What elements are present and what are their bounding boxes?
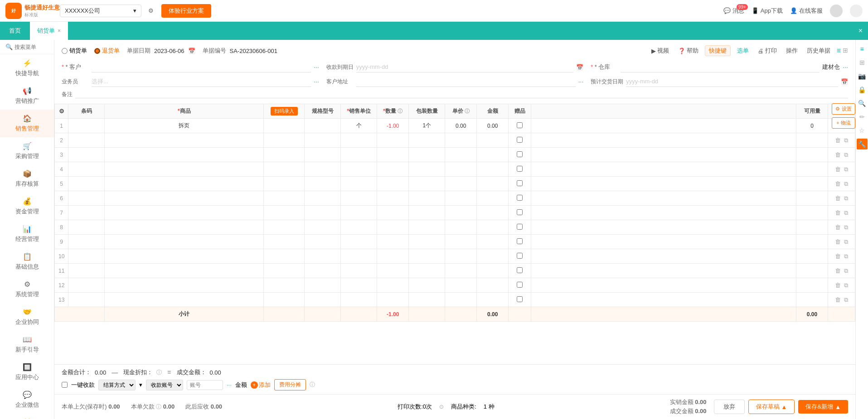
account-dots[interactable]: ··· — [227, 381, 232, 388]
product-type-icon[interactable]: ⊙ — [439, 404, 444, 410]
sidebar-item-quick-nav[interactable]: ⚡ 快捷导航 — [0, 54, 54, 82]
warehouse-select-icon[interactable]: ··· — [843, 63, 848, 71]
cell-price[interactable] — [445, 264, 477, 278]
cell-barcode[interactable] — [68, 148, 105, 162]
sidebar-item-sales[interactable]: 🏠 销售管理 — [0, 110, 54, 137]
help-icon2[interactable]: ⓘ — [156, 404, 161, 410]
cell-gift[interactable] — [509, 206, 531, 220]
cell-qty[interactable] — [377, 162, 409, 177]
sidebar-item-basic[interactable]: 📋 基础信息 — [0, 248, 54, 275]
cell-qty[interactable] — [377, 177, 409, 191]
cell-product[interactable] — [105, 148, 264, 162]
settings-icon[interactable]: ⚙ — [144, 4, 158, 18]
cell-spec[interactable] — [305, 133, 341, 148]
cell-product[interactable] — [105, 293, 264, 307]
cell-pack-qty[interactable] — [409, 293, 445, 307]
cell-qty[interactable] — [377, 235, 409, 249]
cell-amount[interactable] — [477, 293, 509, 307]
cell-gift[interactable] — [509, 162, 531, 177]
cell-spec[interactable] — [305, 264, 341, 278]
operate-btn[interactable]: 操作 — [783, 46, 800, 56]
add-payment-btn[interactable]: + 添加 — [251, 381, 271, 389]
cell-barcode[interactable] — [68, 278, 105, 293]
history-btn[interactable]: 历史单据 — [804, 46, 833, 56]
sidebar-item-enterprise[interactable]: 🤝 企业协同 — [0, 303, 54, 331]
delete-icon[interactable]: 🗑 — [835, 224, 841, 231]
tab-sales-order[interactable]: 销货单 × — [30, 22, 68, 40]
save-draft-button[interactable]: 保存草稿 ▲ — [748, 400, 795, 414]
cell-barcode[interactable] — [68, 191, 105, 206]
cell-gift[interactable] — [509, 278, 531, 293]
cell-spec[interactable] — [305, 278, 341, 293]
cell-spec[interactable] — [305, 148, 341, 162]
cell-pack-qty[interactable] — [409, 220, 445, 235]
cell-pack-qty[interactable] — [409, 148, 445, 162]
cell-unit[interactable] — [341, 220, 377, 235]
one-click-pay-checkbox[interactable] — [62, 382, 68, 388]
cell-pack-qty[interactable] — [409, 278, 445, 293]
cell-price[interactable] — [445, 235, 477, 249]
avatar[interactable] — [830, 5, 843, 17]
addr-select-icon[interactable]: ··· — [578, 78, 584, 85]
select-btn[interactable]: 选单 — [734, 46, 752, 56]
right-tool-star-icon[interactable]: ☆ — [857, 125, 868, 136]
copy-icon[interactable]: ⧉ — [844, 195, 848, 202]
cell-unit[interactable] — [341, 133, 377, 148]
salesman-input[interactable] — [92, 76, 311, 87]
calc-method-select[interactable]: 结算方式 — [98, 380, 136, 390]
th-gear[interactable]: ⚙ — [55, 104, 68, 119]
right-tool-lock-icon[interactable]: 🔒 — [857, 84, 868, 95]
cell-price[interactable] — [445, 162, 477, 177]
due-date-calendar-icon[interactable]: 📅 — [576, 64, 583, 71]
shortcut-btn[interactable]: 快捷键 — [705, 45, 731, 56]
cell-product[interactable] — [105, 278, 264, 293]
right-tool-camera-icon[interactable]: 📷 — [857, 71, 868, 82]
cell-pack-qty[interactable] — [409, 133, 445, 148]
right-tool-orange-icon[interactable]: 🔧 — [857, 139, 868, 149]
right-tool-grid-icon[interactable]: ⊞ — [857, 57, 868, 68]
customer-select-icon[interactable]: ··· — [314, 63, 319, 71]
warehouse-input[interactable] — [621, 62, 820, 72]
cell-barcode[interactable] — [68, 293, 105, 307]
table-gear-icon[interactable]: ⚙ — [59, 108, 64, 115]
cell-unit[interactable] — [341, 249, 377, 264]
cell-gift[interactable] — [509, 119, 531, 133]
cell-price[interactable] — [445, 278, 477, 293]
cell-spec[interactable] — [305, 191, 341, 206]
delete-icon[interactable]: 🗑 — [835, 195, 841, 202]
cell-qty[interactable] — [377, 264, 409, 278]
cell-unit[interactable] — [341, 177, 377, 191]
cell-gift[interactable] — [509, 148, 531, 162]
right-tool-edit-icon[interactable]: ✏ — [857, 111, 868, 122]
delete-icon[interactable]: 🗑 — [835, 267, 841, 274]
cell-barcode[interactable] — [68, 264, 105, 278]
cell-pack-qty[interactable] — [409, 249, 445, 264]
cell-price[interactable] — [445, 191, 477, 206]
radio-return[interactable]: 退货单 — [94, 47, 120, 55]
delete-icon[interactable]: 🗑 — [835, 296, 841, 303]
cell-qty[interactable] — [377, 278, 409, 293]
print-btn[interactable]: 🖨 打印 — [755, 46, 780, 56]
sidebar-item-wechat[interactable]: 💬 企业微信 — [0, 386, 54, 414]
sidebar-search[interactable]: 🔍 — [0, 40, 54, 54]
delete-icon[interactable]: 🗑 — [835, 282, 841, 289]
cell-spec[interactable] — [305, 177, 341, 191]
copy-icon[interactable]: ⧉ — [844, 224, 848, 231]
window-close-icon[interactable]: × — [858, 27, 863, 34]
note-input[interactable] — [75, 91, 848, 98]
app-download-btn[interactable]: 📱 App下载 — [752, 7, 783, 15]
copy-icon[interactable]: ⧉ — [844, 137, 848, 144]
cell-amount[interactable] — [477, 264, 509, 278]
cell-qty[interactable] — [377, 249, 409, 264]
delete-icon[interactable]: 🗑 — [835, 137, 841, 144]
cell-amount[interactable] — [477, 249, 509, 264]
cell-product[interactable] — [105, 162, 264, 177]
calendar-icon[interactable]: 📅 — [188, 48, 195, 54]
message-btn[interactable]: 💬 消息 99+ — [723, 7, 744, 15]
fee-help-icon[interactable]: ⓘ — [310, 381, 315, 389]
right-tool-list-icon[interactable]: ≡ — [857, 43, 868, 54]
radio-sale[interactable]: 销货单 — [62, 47, 87, 55]
cell-qty[interactable]: -1.00 — [377, 119, 409, 133]
delete-icon[interactable]: 🗑 — [835, 166, 841, 173]
online-service-btn[interactable]: 👤 在线客服 — [790, 7, 823, 15]
